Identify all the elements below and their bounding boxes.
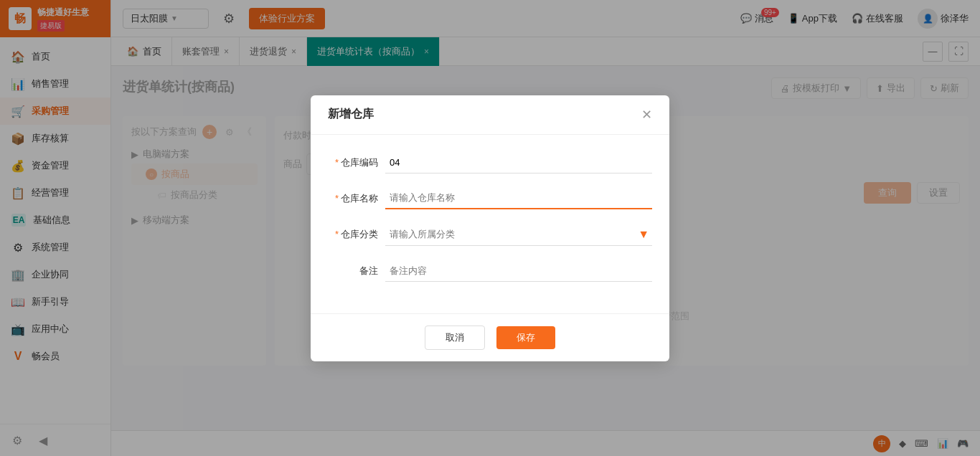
modal-overlay: 新增仓库 ✕ 仓库编码 仓库名称 仓库分类 ▼ [0,0,980,456]
modal-body: 仓库编码 仓库名称 仓库分类 ▼ 备注 [311,135,669,313]
modal-header: 新增仓库 ✕ [311,95,669,135]
form-row-code: 仓库编码 [328,152,652,174]
category-dropdown-icon[interactable]: ▼ [638,228,652,241]
modal-close-btn[interactable]: ✕ [641,107,652,123]
form-row-note: 备注 [328,260,652,282]
category-label: 仓库分类 [328,228,385,241]
code-label: 仓库编码 [328,156,385,169]
modal-footer: 取消 保存 [311,313,669,361]
save-btn[interactable]: 保存 [496,326,555,349]
code-input[interactable] [385,152,652,174]
name-label: 仓库名称 [328,192,385,205]
form-row-name: 仓库名称 [328,188,652,209]
modal-title: 新增仓库 [328,107,374,122]
name-input[interactable] [385,188,652,209]
category-input[interactable] [385,224,638,245]
modal-add-warehouse: 新增仓库 ✕ 仓库编码 仓库名称 仓库分类 ▼ [311,95,669,361]
form-row-category: 仓库分类 ▼ [328,224,652,246]
note-input[interactable] [385,260,652,282]
cancel-btn[interactable]: 取消 [425,326,485,350]
note-label: 备注 [328,265,385,277]
category-select-wrapper: ▼ [385,224,652,246]
